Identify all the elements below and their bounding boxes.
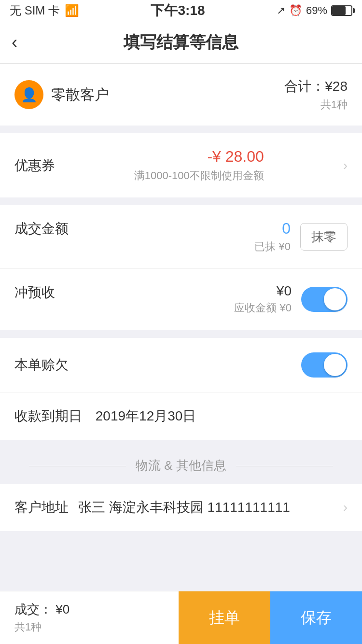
customer-name: 零散客户 <box>51 85 109 105</box>
coupon-section[interactable]: 优惠券 -¥ 28.00 满1000-100不限制使用金额 › <box>0 133 362 197</box>
coupon-arrow-icon: › <box>343 158 348 173</box>
round-zero-button[interactable]: 抹零 <box>300 223 348 251</box>
duedate-row: 收款到期日 2019年12月30日 <box>0 392 362 440</box>
debt-toggle-knob <box>324 354 346 376</box>
address-label: 客户地址 <box>14 498 69 517</box>
address-value: 张三 海淀永丰科技园 11111111111 <box>78 498 343 517</box>
prepay-values: ¥0 应收金额 ¥0 <box>234 283 292 315</box>
total-count: 共1种 <box>284 98 348 112</box>
coupon-label: 优惠券 <box>14 156 55 175</box>
transaction-values: 0 已抹 ¥0 <box>254 220 291 254</box>
logistics-label: 物流 & 其他信息 <box>126 457 236 474</box>
content-area: 👤 零散客户 合计：¥28 共1种 优惠券 -¥ 28.00 满1000-100… <box>0 64 362 589</box>
customer-right: 合计：¥28 共1种 <box>284 77 348 112</box>
prepay-sub: 应收金额 ¥0 <box>234 301 292 315</box>
status-right: ↗ ⏰ 69% <box>277 4 352 17</box>
duedate-label: 收款到期日 <box>14 408 82 423</box>
transaction-amount-row: 成交金额 0 已抹 ¥0 抹零 <box>0 205 362 269</box>
nav-bar: ‹ 填写结算等信息 <box>0 21 362 64</box>
transaction-right: 0 已抹 ¥0 抹零 <box>254 220 348 254</box>
total-amount: 合计：¥28 <box>284 77 348 96</box>
logistics-header: 物流 & 其他信息 <box>0 448 362 484</box>
coupon-discount: -¥ 28.00 <box>134 148 264 166</box>
prepay-label: 冲预收 <box>14 283 55 302</box>
location-icon: ↗ <box>277 4 285 17</box>
alarm-icon: ⏰ <box>289 4 302 17</box>
status-bar: 无 SIM 卡 📶 下午3:18 ↗ ⏰ 69% <box>0 0 362 21</box>
carrier-label: 无 SIM 卡 <box>10 3 60 18</box>
coupon-right: -¥ 28.00 满1000-100不限制使用金额 <box>134 148 264 183</box>
debt-row: 本单赊欠 <box>0 338 362 392</box>
transaction-value: 0 <box>254 220 291 238</box>
toggle-knob <box>324 288 346 310</box>
customer-row: 👤 零散客户 合计：¥28 共1种 <box>0 64 362 126</box>
prepay-row: 冲预收 ¥0 应收金额 ¥0 <box>0 269 362 330</box>
save-button[interactable]: 保存 <box>270 591 362 644</box>
duedate-value: 2019年12月30日 <box>96 408 196 423</box>
bottom-bar: 成交： ¥0 共1种 挂单 保存 <box>0 591 362 644</box>
page-title: 填写结算等信息 <box>124 31 238 54</box>
transaction-sub: 已抹 ¥0 <box>254 239 291 254</box>
back-button[interactable]: ‹ <box>12 32 17 53</box>
customer-section: 👤 零散客户 合计：¥28 共1种 <box>0 64 362 126</box>
customer-avatar: 👤 <box>14 80 43 109</box>
wifi-icon: 📶 <box>65 4 79 17</box>
battery-label: 69% <box>306 4 327 17</box>
transaction-label: 成交金额 <box>14 220 69 238</box>
hang-order-button[interactable]: 挂单 <box>179 591 270 644</box>
coupon-description: 满1000-100不限制使用金额 <box>134 168 264 183</box>
prepay-value: ¥0 <box>234 283 292 299</box>
debt-section: 本单赊欠 收款到期日 2019年12月30日 <box>0 338 362 440</box>
amount-section: 成交金额 0 已抹 ¥0 抹零 冲预收 ¥0 应收金额 ¥0 <box>0 205 362 330</box>
time-label: 下午3:18 <box>151 1 205 20</box>
bottom-deal-amount: 成交： ¥0 <box>14 601 164 618</box>
debt-toggle[interactable] <box>301 352 348 378</box>
debt-label: 本单赊欠 <box>14 356 69 374</box>
address-row[interactable]: 客户地址 张三 海淀永丰科技园 11111111111 › <box>0 484 362 531</box>
battery-icon <box>331 5 352 16</box>
bottom-left: 成交： ¥0 共1种 <box>0 601 179 634</box>
bottom-item-count: 共1种 <box>14 620 164 634</box>
prepay-right: ¥0 应收金额 ¥0 <box>234 283 348 315</box>
status-left: 无 SIM 卡 📶 <box>10 3 79 18</box>
avatar-icon: 👤 <box>21 87 38 103</box>
customer-left: 👤 零散客户 <box>14 80 109 109</box>
address-arrow-icon: › <box>343 500 348 515</box>
prepay-toggle[interactable] <box>301 287 348 312</box>
